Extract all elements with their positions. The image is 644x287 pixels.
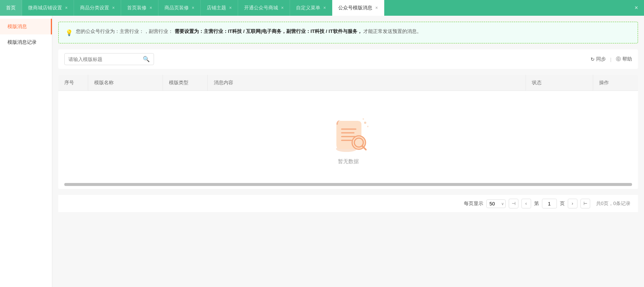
table-header: 序号模版名称模版类型消息内容状态操作 — [58, 75, 638, 91]
search-box: 🔍 — [64, 53, 154, 65]
sidebar-item-template-msg[interactable]: 模版消息 — [0, 19, 52, 34]
total-info: 共0页，0条记录 — [596, 200, 631, 207]
tab-item-custom-menu[interactable]: 自定义菜单 × — [290, 0, 332, 16]
search-button[interactable]: 🔍 — [139, 54, 154, 65]
tab-item-category-setting[interactable]: 商品分类设置 × — [74, 0, 121, 16]
toolbar-right: ↻ 同步 | ⓪ 帮助 — [591, 56, 632, 62]
sync-icon: ↻ — [591, 57, 595, 62]
content-area: 💡 您的公众号行业为：主营行业：，副营行业： 需要设置为：主营行业：IT科技 /… — [52, 16, 644, 287]
page-label-before: 第 — [534, 200, 539, 207]
tab-item-shop-setting[interactable]: 微商城店铺设置 × — [22, 0, 74, 16]
tab-close-home-decor[interactable]: × — [150, 6, 152, 10]
sidebar-item-template-msg-log[interactable]: 模版消息记录 — [0, 34, 52, 50]
tab-close-custom-menu[interactable]: × — [323, 6, 326, 10]
tab-label-open-mall: 开通公众号商城 — [244, 4, 278, 11]
help-button[interactable]: ⓪ 帮助 — [616, 56, 632, 62]
first-page-button[interactable]: ⊣ — [509, 199, 518, 208]
sync-label: 同步 — [596, 56, 606, 62]
tab-close-open-mall[interactable]: × — [281, 6, 284, 10]
table-col-name: 模版名称 — [88, 75, 163, 91]
tab-label-template-msg: 公众号模版消息 — [338, 4, 372, 11]
tab-item-product-decor[interactable]: 商品页装修 × — [158, 0, 201, 16]
table-col-index: 序号 — [58, 75, 88, 91]
notice-prefix: 您的公众号行业为：主营行业：，副营行业： — [76, 28, 173, 34]
svg-point-10 — [363, 118, 364, 120]
tab-item-open-mall[interactable]: 开通公众号商城 × — [238, 0, 290, 16]
svg-point-9 — [367, 126, 369, 127]
page-label-after: 页 — [560, 200, 565, 207]
empty-illustration — [326, 113, 371, 158]
table-col-content: 消息内容 — [208, 75, 526, 91]
table-col-status: 状态 — [526, 75, 593, 91]
tab-close-shop-theme[interactable]: × — [229, 6, 232, 10]
tab-label-home-decor: 首页装修 — [127, 4, 147, 11]
tab-close-shop-setting[interactable]: × — [65, 6, 68, 10]
tab-bar: 首页微商城店铺设置 ×商品分类设置 ×首页装修 ×商品页装修 ×店铺主题 ×开通… — [0, 0, 644, 16]
tab-label-product-decor: 商品页装修 — [164, 4, 189, 11]
scroll-bar-area — [58, 180, 638, 189]
tab-label-custom-menu: 自定义菜单 — [296, 4, 320, 11]
sidebar: 模版消息模版消息记录 — [0, 16, 52, 287]
search-input[interactable] — [65, 54, 139, 64]
page-size-label: 每页显示 — [464, 200, 483, 207]
tab-label-category-setting: 商品分类设置 — [80, 4, 109, 11]
pagination: 每页显示 50 20 100 ∨ ⊣ ‹ 第 页 › ⊢ 共0页，0条记录 — [58, 195, 638, 212]
notice-text: 您的公众号行业为：主营行业：，副营行业： 需要设置为：主营行业：IT科技 / 互… — [76, 27, 422, 36]
page-size-select[interactable]: 50 20 100 — [486, 199, 506, 208]
main-layout: 模版消息模版消息记录 💡 您的公众号行业为：主营行业：，副营行业： 需要设置为：… — [0, 16, 644, 287]
tab-item-shop-theme[interactable]: 店铺主题 × — [201, 0, 238, 16]
table-col-type: 模版类型 — [163, 75, 208, 91]
tab-item-home-decor[interactable]: 首页装修 × — [121, 0, 158, 16]
tab-item-template-msg[interactable]: 公众号模版消息 × — [332, 0, 384, 16]
table-col-action: 操作 — [593, 75, 638, 91]
close-all-button[interactable]: × — [629, 0, 644, 16]
last-page-button[interactable]: ⊢ — [580, 199, 590, 208]
toolbar: 🔍 ↻ 同步 | ⓪ 帮助 — [58, 49, 638, 69]
prev-page-button[interactable]: ‹ — [521, 199, 531, 208]
scrollbar-thumb — [64, 183, 632, 186]
tab-label-shop-theme: 店铺主题 — [207, 4, 226, 11]
sync-button[interactable]: ↻ 同步 — [591, 56, 606, 62]
table-container: 序号模版名称模版类型消息内容状态操作 — [58, 75, 638, 189]
next-page-button[interactable]: › — [568, 199, 577, 208]
tab-close-product-decor[interactable]: × — [192, 6, 194, 10]
notice-suffix: 才能正常发送预置的消息。 — [363, 28, 422, 34]
svg-point-8 — [364, 122, 366, 124]
page-size-wrapper: 50 20 100 ∨ — [486, 199, 506, 208]
horizontal-scrollbar[interactable] — [64, 183, 632, 186]
help-label: 帮助 — [622, 56, 632, 62]
help-icon: ⓪ — [616, 56, 621, 62]
toolbar-divider: | — [610, 57, 611, 62]
tab-close-template-msg[interactable]: × — [375, 6, 378, 10]
notice-box: 💡 您的公众号行业为：主营行业：，副营行业： 需要设置为：主营行业：IT科技 /… — [58, 22, 638, 43]
empty-state: 暂无数据 — [58, 91, 638, 180]
page-number-input[interactable] — [542, 199, 557, 208]
tab-label-shop-setting: 微商城店铺设置 — [28, 4, 62, 11]
notice-highlight: 需要设置为：主营行业：IT科技 / 互联网|电子商务，副营行业：IT科技 / I… — [175, 28, 362, 34]
tab-label-home: 首页 — [6, 4, 16, 11]
bulb-icon: 💡 — [65, 28, 73, 38]
tab-close-category-setting[interactable]: × — [112, 6, 115, 10]
tab-item-home[interactable]: 首页 — [0, 0, 22, 16]
empty-text: 暂无数据 — [338, 158, 359, 165]
